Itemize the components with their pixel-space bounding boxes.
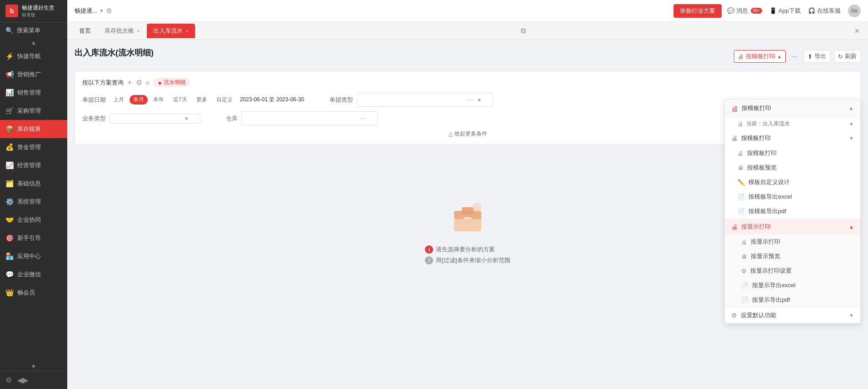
date-range: 2023-06-01 至 2023-06-30 xyxy=(240,96,304,104)
bill-type-more[interactable]: ··· xyxy=(467,95,474,105)
tab-close-icon[interactable]: × xyxy=(137,28,140,34)
print-icon: 🖨 xyxy=(738,53,744,60)
message-btn[interactable]: 💬 消息 99+ xyxy=(727,7,762,15)
design-item-label: 模板自定义设计 xyxy=(748,178,790,186)
refresh-label: 刷新 xyxy=(845,52,857,60)
sidebar-item-business[interactable]: 📈 经营管理 xyxy=(0,156,67,175)
topbar-right: 💬 消息 99+ 📱 App下载 🎧 在线客服 Rit xyxy=(727,5,861,17)
sidebar-item-guide[interactable]: 🎯 新手引导 xyxy=(0,229,67,247)
tab-close-active-icon[interactable]: × xyxy=(185,28,188,34)
filter-collapse-btn[interactable]: « xyxy=(146,79,150,87)
step1-num: 1 xyxy=(425,245,433,254)
display-excel-item[interactable]: 📄 按显示导出excel xyxy=(725,278,860,293)
warehouse-select[interactable]: ··· xyxy=(241,111,378,125)
svg-rect-2 xyxy=(462,207,474,214)
display-pdf-item[interactable]: 📄 按显示导出pdf xyxy=(725,293,860,307)
sidebar-item-finance[interactable]: 💰 资金管理 xyxy=(0,138,67,156)
inventory-icon: 📦 xyxy=(5,125,14,133)
sidebar-item-inventory[interactable]: 📦 库存核算 xyxy=(0,120,67,138)
sidebar-item-purchase[interactable]: 🛒 采购管理 xyxy=(0,102,67,120)
user-name: 畅捷通... xyxy=(75,7,97,15)
dropdown-icon[interactable]: ▾ xyxy=(100,7,103,14)
message-badge: 99+ xyxy=(751,8,762,14)
step2-num: 2 xyxy=(425,256,433,264)
tab-restore-btn[interactable]: ⧉ xyxy=(518,27,529,35)
topbar-user: 畅捷通... ▾ ⚙ xyxy=(75,7,668,15)
print-template-btn[interactable]: 🖨 按模板打印 ▲ xyxy=(734,50,786,63)
design-item-icon: ✏️ xyxy=(738,179,745,186)
set-default-item[interactable]: ⚙ 设置默认功能 ▼ xyxy=(725,308,860,323)
export-btn[interactable]: ⬆ 导出 xyxy=(803,50,830,63)
sidebar-nav: ⚡ 快捷导航 📢 营销推广 📊 销售管理 🛒 采购管理 📦 库存核算 💰 资金管… xyxy=(0,47,67,362)
settings-icon[interactable]: ⚙ xyxy=(5,376,12,384)
print-panel-close-btn[interactable]: ▲ xyxy=(848,105,854,111)
template-print-item[interactable]: 🖨 按模板打印 xyxy=(725,146,860,160)
tabs-bar: 首页 库存批次账 × 出入库流水 × ⧉ ✕ xyxy=(67,22,868,40)
filter-tag[interactable]: ● 流水明细 xyxy=(153,78,190,87)
service-icon: 🎧 xyxy=(808,7,815,14)
template-print-submenu: 🖨 按模板打印 🖥 按模板预览 ✏️ 模板自定义设计 📄 按模板导出excel xyxy=(725,146,860,219)
template-preview-item[interactable]: 🖥 按模板预览 xyxy=(725,160,860,175)
display-print-item[interactable]: 🖨 按显示打印 xyxy=(725,234,860,249)
collapse-sidebar-icon[interactable]: ◀▶ xyxy=(17,376,28,384)
sidebar-item-collab[interactable]: 🤝 企业协同 xyxy=(0,211,67,229)
filter-settings-btn[interactable]: ⚙ xyxy=(136,78,142,87)
marketing-icon: 📢 xyxy=(5,70,14,79)
tab-inventory-batch-label: 库存批次账 xyxy=(105,27,134,35)
app-download-btn[interactable]: 📱 App下载 xyxy=(769,7,801,15)
sidebar-search[interactable]: 🔍 搜索菜单 xyxy=(0,23,67,38)
refresh-btn[interactable]: ↻ 刷新 xyxy=(834,50,861,63)
date-tab-custom[interactable]: 自定义 xyxy=(213,95,236,105)
svg-point-4 xyxy=(472,203,481,212)
current-arrow[interactable]: ▼ xyxy=(849,121,854,127)
bill-type-select[interactable]: ··· ▼ xyxy=(357,93,493,107)
date-tab-this-year[interactable]: 本年 xyxy=(150,95,168,105)
template-design-item[interactable]: ✏️ 模板自定义设计 xyxy=(725,175,860,190)
template-excel-item[interactable]: 📄 按模板导出excel xyxy=(725,190,860,204)
header-more-btn[interactable]: ··· xyxy=(789,52,800,61)
print-item-label: 按模板打印 xyxy=(747,149,777,157)
sidebar-item-vip[interactable]: 👑 畅会员 xyxy=(0,284,67,302)
sidebar-item-system[interactable]: ⚙️ 系统管理 xyxy=(0,193,67,211)
date-tab-more[interactable]: 更多 xyxy=(193,95,211,105)
template-print-header[interactable]: 🖨 按模板打印 ▼ xyxy=(725,130,860,146)
sidebar-item-basic[interactable]: 🗂️ 基础信息 xyxy=(0,175,67,193)
preview-item-icon: 🖥 xyxy=(738,165,743,171)
sidebar-item-appstore[interactable]: 🏪 应用中心 xyxy=(0,247,67,265)
collapse-btn[interactable]: △ 收起更多条件 xyxy=(449,130,487,138)
sidebar-scroll-down[interactable]: ▼ xyxy=(0,362,67,371)
disp-excel-label: 按显示导出excel xyxy=(752,281,795,289)
template-print-label: 按模板打印 xyxy=(741,134,771,142)
sidebar-item-marketing[interactable]: 📢 营销推广 xyxy=(0,65,67,84)
online-service-label: 在线客服 xyxy=(817,7,841,15)
sidebar-item-quick-nav[interactable]: ⚡ 快捷导航 xyxy=(0,47,67,65)
sidebar-item-wechat[interactable]: 💬 企业微信 xyxy=(0,265,67,284)
industry-btn[interactable]: 体验行业方案 xyxy=(673,4,722,18)
display-print-header[interactable]: 🖨 按显示打印 ▲ xyxy=(725,219,860,234)
warehouse-more[interactable]: ··· xyxy=(359,114,366,123)
collapse-label: 收起更多条件 xyxy=(454,130,487,138)
date-tab-this-month[interactable]: 本月 xyxy=(130,95,148,105)
template-pdf-item[interactable]: 📄 按模板导出pdf xyxy=(725,204,860,219)
biz-type-select[interactable]: ▼ xyxy=(110,114,200,124)
current-item: 🖨 当前：出入库流水 ▼ xyxy=(725,117,860,130)
display-preview-item[interactable]: 🖥 按显示预览 xyxy=(725,249,860,264)
set-default-label: 设置默认功能 xyxy=(741,311,776,319)
tab-expand-btn[interactable]: ✕ xyxy=(852,27,863,35)
date-tab-last-month[interactable]: 上月 xyxy=(110,95,128,105)
user-avatar[interactable]: Rit xyxy=(848,5,861,17)
excel-item-label: 按模板导出excel xyxy=(748,193,792,201)
template-print-icon: 🖨 xyxy=(731,135,738,142)
sidebar-item-label: 应用中心 xyxy=(17,252,41,260)
tab-inventory-batch[interactable]: 库存批次账 × xyxy=(98,24,146,38)
display-settings-item[interactable]: ⚙ 按显示打印设置 xyxy=(725,264,860,278)
tab-inventory-flow[interactable]: 出入库流水 × xyxy=(147,24,195,38)
settings-gear-icon[interactable]: ⚙ xyxy=(106,7,112,15)
online-service-btn[interactable]: 🎧 在线客服 xyxy=(808,7,841,15)
disp-preview-label: 按显示预览 xyxy=(751,252,780,260)
sidebar-scroll-up[interactable]: ▲ xyxy=(0,38,67,47)
sidebar-item-sales[interactable]: 📊 销售管理 xyxy=(0,84,67,102)
date-tab-7days[interactable]: 近7天 xyxy=(170,95,191,105)
filter-add-btn[interactable]: + xyxy=(127,79,132,87)
tab-home[interactable]: 首页 xyxy=(73,24,97,38)
